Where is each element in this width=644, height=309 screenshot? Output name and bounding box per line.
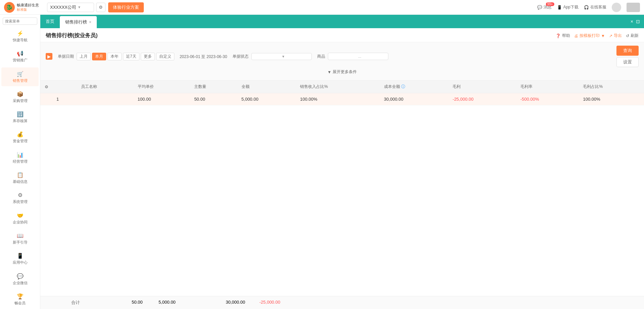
more-button[interactable]: 更多 — [141, 53, 155, 60]
company-name: XXXXXX公司 — [50, 4, 76, 10]
col-cost: 成本全额 ⓘ — [380, 81, 448, 93]
export-button[interactable]: ↗ 导出 — [609, 33, 622, 39]
goods-more-icon: ... — [358, 54, 385, 58]
help-button[interactable]: ❓ 帮助 — [556, 33, 570, 39]
this-year-button[interactable]: 本年 — [108, 53, 122, 60]
footer-qty: 50.00 — [132, 300, 159, 306]
sidebar-item-app-center[interactable]: 📱 应用中心 — [1, 249, 39, 268]
sidebar-item-system[interactable]: ⚙ 系统管理 — [1, 189, 39, 207]
print-icon: 🖨 — [574, 34, 578, 38]
goods-filter: 商品 ... — [317, 53, 388, 60]
last7-button[interactable]: 近7天 — [123, 53, 139, 60]
management-icon: 📊 — [17, 152, 24, 158]
print-dropdown-icon: ▼ — [601, 34, 605, 38]
col-gross: 毛利 — [448, 81, 516, 93]
tab-right-controls: × ⊡ — [631, 19, 644, 24]
footer-sales-pct-spacer — [192, 300, 226, 306]
finance-icon: 💰 — [17, 131, 24, 138]
sales-icon: 🛒 — [17, 71, 24, 77]
this-month-button[interactable]: 本月 — [92, 53, 106, 60]
date-range-display: 2023-06-01 至 2023-06-30 — [180, 53, 227, 60]
sidebar-item-member[interactable]: 🏆 畅会员 — [1, 290, 39, 309]
print-button[interactable]: 🖨 按模板打印 ▼ — [574, 33, 605, 39]
date-buttons: 上月 本月 本年 近7天 更多 自定义 — [77, 53, 174, 60]
purchase-icon: 📦 — [17, 91, 24, 97]
sidebar-search-area — [0, 15, 40, 26]
filter-collapse-button[interactable]: ▶ — [46, 53, 52, 60]
tab-close-icon[interactable]: × — [89, 20, 91, 24]
header-actions: ❓ 帮助 🖨 按模板打印 ▼ ↗ 导出 ↺ — [556, 33, 639, 39]
col-settings: ⚙ — [40, 81, 52, 93]
logo-icon: 🐉 — [4, 2, 15, 13]
inventory-icon: 🔢 — [17, 111, 24, 117]
member-icon: 🏆 — [17, 293, 24, 300]
sidebar-item-basic-info[interactable]: 📋 基础信息 — [1, 168, 39, 187]
status-dropdown-icon: ▼ — [282, 55, 309, 58]
sidebar-item-sales[interactable]: 🛒 销售管理 — [1, 67, 39, 86]
table-area: ⚙ 员工名称 平均单价 主数量 全额 销售收入占比% 成本全额 ⓘ 毛利 毛利率 — [40, 81, 644, 105]
query-buttons: 查询 设置 — [616, 46, 639, 67]
cell-gross: -25,000.00 — [448, 93, 516, 105]
sidebar-item-quick-nav[interactable]: ⚡ 快捷导航 — [1, 27, 39, 46]
message-icon: 💬 — [537, 5, 542, 10]
custom-button[interactable]: 自定义 — [156, 53, 174, 60]
basic-info-icon: 📋 — [17, 172, 24, 178]
col-rank — [52, 81, 77, 93]
sidebar-item-marketing[interactable]: 📢 营销推广 — [1, 47, 39, 66]
message-button[interactable]: 💬 消息 99+ — [537, 4, 552, 10]
goods-input[interactable]: ... — [328, 53, 388, 60]
sidebar-item-management[interactable]: 📊 经营管理 — [1, 148, 39, 167]
refresh-button[interactable]: ↺ 刷新 — [626, 33, 639, 39]
footer-avg-spacer — [105, 300, 132, 306]
trial-button[interactable]: 体验行业方案 — [108, 2, 144, 12]
column-settings-button[interactable]: 设置 — [616, 57, 639, 67]
sidebar-item-guide[interactable]: 📖 新手引导 — [1, 229, 39, 248]
enterprise-icon: 🤝 — [17, 212, 24, 219]
top-right: 💬 消息 99+ 📱 App下载 🎧 在线客服 — [537, 3, 640, 12]
query-button[interactable]: 查询 — [616, 46, 639, 56]
online-service-button[interactable]: 🎧 在线客服 — [584, 4, 606, 10]
search-input[interactable] — [3, 17, 37, 25]
footer-cost: 30,000.00 — [226, 300, 259, 306]
sidebar-item-inventory[interactable]: 🔢 库存核算 — [1, 108, 39, 126]
company-selector[interactable]: XXXXXX公司 ▼ — [47, 3, 94, 12]
settings-button[interactable]: ⚙ — [96, 3, 105, 12]
message-badge: 99+ — [546, 2, 554, 6]
col-employee: 员工名称 — [77, 81, 134, 93]
col-qty: 主数量 — [190, 81, 237, 93]
filter-area: ▶ 单据日期 上月 本月 本年 近7天 更多 自定义 — [40, 42, 644, 81]
table-footer: 合计 50.00 5,000.00 30,000.00 -25,000.00 — [40, 296, 644, 309]
page-title: 销售排行榜(按业务员) — [46, 32, 98, 39]
page-header: 销售排行榜(按业务员) ❓ 帮助 🖨 按模板打印 ▼ ↗ — [40, 28, 644, 42]
window-close-button[interactable]: × — [631, 19, 633, 24]
status-filter: 单据状态 ▼ — [232, 53, 312, 60]
status-select[interactable]: ▼ — [251, 53, 312, 60]
expand-row: ▼ 展开更多条件 — [46, 67, 639, 77]
footer-label: 合计 — [71, 300, 105, 306]
date-filter: 单据日期 上月 本月 本年 近7天 更多 自定义 — [58, 53, 174, 60]
col-avg-price: 平均单价 — [134, 81, 190, 93]
cell-rank: 1 — [52, 93, 77, 105]
sidebar-item-purchase[interactable]: 📦 采购管理 — [1, 88, 39, 106]
last-month-button[interactable]: 上月 — [77, 53, 91, 60]
main-area: ⚡ 快捷导航 📢 营销推广 🛒 销售管理 📦 采购管理 🔢 库存核算 💰 — [0, 15, 644, 309]
cell-employee — [77, 93, 134, 105]
sidebar-item-wechat[interactable]: 💬 企业微信 — [1, 270, 39, 289]
tab-bar: 首页 销售排行榜 × × ⊡ — [40, 15, 644, 28]
footer-rank-spacer — [58, 300, 71, 306]
avatar[interactable] — [612, 3, 621, 12]
sidebar-item-enterprise[interactable]: 🤝 企业协同 — [1, 209, 39, 228]
window-restore-button[interactable]: ⊡ — [636, 19, 640, 24]
table-row: 1 100.00 50.00 5,000.00 100.00% 30,000.0… — [40, 93, 644, 105]
expand-more-button[interactable]: ▼ 展开更多条件 — [328, 69, 357, 75]
cell-amount: 5,000.00 — [238, 93, 296, 105]
app-download-button[interactable]: 📱 App下载 — [557, 4, 578, 10]
table-header-row: ⚙ 员工名称 平均单价 主数量 全额 销售收入占比% 成本全额 ⓘ 毛利 毛利率 — [40, 81, 644, 93]
cell-gross-rate: -500.00% — [516, 93, 579, 105]
tab-sales-ranking[interactable]: 销售排行榜 × — [60, 16, 97, 28]
tab-home[interactable]: 首页 — [40, 15, 60, 28]
filter-row: ▶ 单据日期 上月 本月 本年 近7天 更多 自定义 — [46, 46, 639, 67]
cell-avg-price: 100.00 — [134, 93, 190, 105]
wechat-icon: 💬 — [17, 273, 24, 279]
sidebar-item-finance[interactable]: 💰 资金管理 — [1, 128, 39, 147]
